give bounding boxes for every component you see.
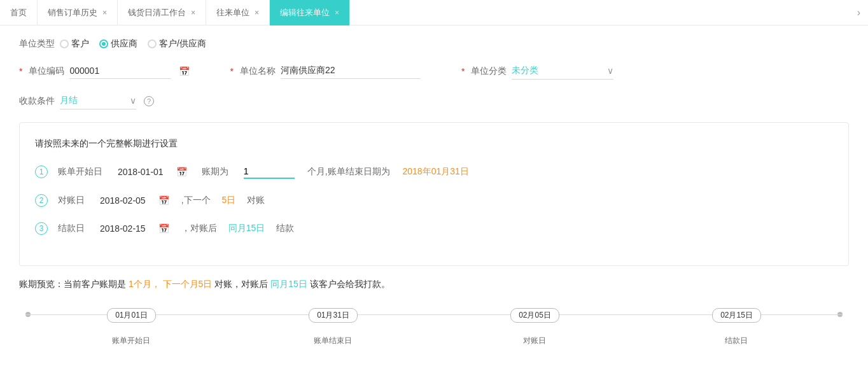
step-label-2: 对账日 (58, 195, 85, 206)
tab-edit-partner[interactable]: 编辑往来单位 × (270, 0, 350, 25)
card-title: 请按照未来的一个完整帐期进行设置 (35, 138, 833, 150)
timeline-node-2: 01月31日 账单结束日 (309, 308, 358, 346)
step-highlight-3: 同月15日 (228, 223, 265, 234)
unit-type-label: 单位类型 (19, 38, 55, 50)
category-label: 单位分类 (471, 66, 507, 77)
step-num-1: 1 (35, 165, 48, 178)
step-date-1: 2018-01-01 (118, 167, 164, 177)
radio-both[interactable]: 客户/供应商 (148, 38, 206, 50)
tl-badge-2: 01月31日 (309, 308, 358, 323)
step-num-3: 3 (35, 222, 48, 235)
tab-cash-work[interactable]: 钱货日清工作台 × (118, 0, 206, 25)
name-label: 单位名称 (240, 66, 276, 77)
timeline: 01月01日 账单开始日 01月31日 账单结束日 02月05日 对账日 02月… (19, 308, 849, 346)
category-value: 未分类 (512, 65, 602, 76)
step-num-2: 2 (35, 194, 48, 207)
calendar-icon-code[interactable]: 📅 (179, 66, 189, 76)
payment-row: 收款条件 月结 ∨ ? (19, 92, 849, 109)
tl-label-1: 账单开始日 (112, 335, 150, 346)
step-row-2: 2 对账日 2018-02-05 📅 ,下一个 5日 对账 (35, 194, 833, 207)
payment-select[interactable]: 月结 ∨ (60, 92, 136, 109)
radio-circle-both (148, 39, 157, 48)
timeline-right-end (837, 308, 843, 317)
unit-type-radio-group: 客户 供应商 客户/供应商 (60, 38, 206, 50)
period-input[interactable] (244, 165, 295, 179)
tl-label-3: 对账日 (523, 335, 546, 346)
tabs-bar: 首页 销售订单历史 × 钱货日清工作台 × 往来单位 × 编辑往来单位 × › (0, 0, 868, 25)
main-content: 单位类型 客户 供应商 客户/供应商 (0, 25, 868, 387)
step-date-2: 2018-02-05 (100, 195, 146, 206)
calendar-icon-step3[interactable]: 📅 (158, 223, 169, 234)
tl-badge-3: 02月05日 (510, 308, 559, 323)
payment-label: 收款条件 (19, 95, 55, 107)
category-item: * 单位分类 未分类 ∨ (461, 62, 613, 80)
payment-value: 月结 (60, 95, 125, 106)
name-item: * 单位名称 (230, 63, 420, 79)
tl-label-4: 结款日 (725, 335, 748, 346)
step-label-3: 结款日 (58, 223, 85, 234)
step-suffix-pre-2: ,下一个 (181, 195, 211, 206)
step-highlight-1: 2018年01月31日 (403, 166, 469, 178)
tab-home[interactable]: 首页 (0, 0, 38, 25)
calendar-icon-step1[interactable]: 📅 (176, 167, 186, 177)
step-suffix-pre-3: ，对账后 (181, 223, 217, 234)
tabs-arrow[interactable]: › (850, 7, 868, 18)
calendar-icon-step2[interactable]: 📅 (158, 195, 169, 206)
code-input[interactable] (69, 63, 171, 79)
unit-type-row: 单位类型 客户 供应商 客户/供应商 (19, 38, 849, 50)
timeline-node-1: 01月01日 账单开始日 (107, 308, 156, 346)
radio-customer[interactable]: 客户 (60, 38, 89, 50)
step-unit-1: 个月,账单结束日期为 (307, 166, 390, 178)
category-select[interactable]: 未分类 ∨ (512, 62, 613, 80)
settings-card: 请按照未来的一个完整帐期进行设置 1 账单开始日 2018-01-01 📅 账期… (19, 122, 849, 266)
tl-label-2: 账单结束日 (314, 335, 352, 346)
step-date-3: 2018-02-15 (100, 223, 146, 234)
radio-circle-supplier (99, 39, 108, 48)
code-item: * 单位编码 📅 (19, 63, 189, 79)
tl-badge-1: 01月01日 (107, 308, 156, 323)
radio-supplier[interactable]: 供应商 (99, 38, 137, 50)
tl-badge-4: 02月15日 (712, 308, 761, 323)
payment-item: 收款条件 月结 ∨ ? (19, 92, 154, 109)
unit-type-item: 单位类型 客户 供应商 客户/供应商 (19, 38, 206, 50)
tab-close-partners[interactable]: × (255, 8, 259, 17)
timeline-node-3: 02月05日 对账日 (510, 308, 559, 346)
step-row-3: 3 结款日 2018-02-15 📅 ，对账后 同月15日 结款 (35, 222, 833, 235)
name-input[interactable] (281, 63, 421, 79)
help-icon[interactable]: ? (144, 96, 154, 106)
step-highlight-2: 5日 (222, 195, 236, 206)
timeline-node-4: 02月15日 结款日 (712, 308, 761, 346)
tab-partners[interactable]: 往来单位 × (206, 0, 270, 25)
radio-dot-supplier (102, 42, 106, 46)
step-mid-1: 账期为 (202, 166, 228, 178)
payment-chevron-icon: ∨ (130, 95, 136, 106)
step-suffix-2: 对账 (247, 195, 265, 206)
code-label: 单位编码 (29, 66, 64, 77)
step-row-1: 1 账单开始日 2018-01-01 📅 账期为 个月,账单结束日期为 2018… (35, 165, 833, 179)
timeline-nodes: 01月01日 账单开始日 01月31日 账单结束日 02月05日 对账日 02月… (31, 308, 837, 346)
preview-text: 账期预览：当前客户账期是 1个月， 下一个月5日 对账，对账后 同月15日 该客… (19, 279, 849, 290)
code-name-category-row: * 单位编码 📅 * 单位名称 * 单位分类 未分类 ∨ (19, 62, 849, 80)
tab-sales-history[interactable]: 销售订单历史 × (38, 0, 118, 25)
tab-close-sales-history[interactable]: × (102, 8, 107, 17)
radio-circle-customer (60, 39, 69, 48)
category-chevron-icon: ∨ (607, 66, 613, 76)
step-label-1: 账单开始日 (58, 166, 102, 178)
tab-close-edit-partner[interactable]: × (335, 8, 339, 17)
step-suffix-3: 结款 (276, 223, 294, 234)
timeline-left-end (25, 308, 31, 317)
tab-close-cash-work[interactable]: × (191, 8, 195, 17)
